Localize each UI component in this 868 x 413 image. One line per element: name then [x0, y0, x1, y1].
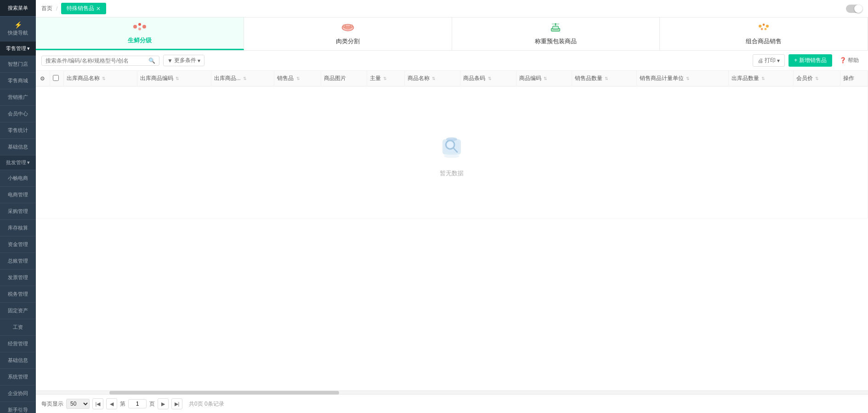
first-page-button[interactable]: |◀ — [92, 398, 103, 409]
svg-point-7 — [350, 24, 352, 27]
category-tab-weigh-pack[interactable]: 称重预包装商品 — [452, 17, 660, 50]
select-all-checkbox[interactable] — [53, 75, 59, 81]
svg-point-0 — [133, 25, 137, 29]
sidebar-item-payroll[interactable]: 工资 — [0, 319, 36, 336]
sidebar-item-invoice-mgmt[interactable]: 发票管理 — [0, 270, 36, 286]
print-icon: 🖨 — [758, 57, 763, 64]
sidebar-item-retail-mgmt[interactable]: 零售管理 ▾ — [0, 41, 36, 56]
next-page-button[interactable]: ▶ — [158, 398, 169, 409]
th-out-qty: 出库品数量 ⇅ — [728, 71, 793, 86]
sidebar-item-inventory[interactable]: 库存核算 — [0, 220, 36, 236]
page-unit: 页 — [149, 400, 155, 408]
help-button[interactable]: ❓ 帮助 — [836, 55, 862, 66]
category-tab-fresh-grade[interactable]: 生鲜分级 — [36, 17, 244, 50]
svg-point-6 — [343, 24, 346, 27]
hscroll-track[interactable] — [36, 390, 868, 394]
sidebar-item-retail-mall[interactable]: 零售商城 — [0, 73, 36, 89]
th-main-weight: 主量 ⇅ — [367, 71, 404, 86]
svg-rect-9 — [553, 26, 559, 29]
sort-icon12[interactable]: ⇅ — [815, 76, 819, 81]
th-checkbox[interactable] — [50, 71, 63, 86]
th-actions: 操作 — [840, 71, 868, 86]
add-button[interactable]: + 新增销售品 — [789, 54, 832, 67]
th-item-code: 商品编码 ⇅ — [516, 71, 572, 86]
combo-sales-icon — [756, 23, 771, 35]
sidebar-item-corp-agreement[interactable]: 企业协同 — [0, 385, 36, 402]
sidebar-item-operation-mgmt[interactable]: 经营管理 — [0, 336, 36, 352]
th-item-img: 商品图片 — [321, 71, 367, 86]
sidebar-item-smart-store[interactable]: 智慧门店 — [0, 56, 36, 73]
page-size-select[interactable]: 10 20 50 100 — [66, 399, 90, 409]
sort-icon10[interactable]: ⇅ — [686, 76, 690, 81]
search-box: 🔍 — [41, 56, 159, 66]
chevron-down-icon2: ▾ — [27, 160, 30, 166]
filter-icon: ▼ — [167, 57, 173, 64]
page-number-input[interactable] — [128, 399, 147, 408]
filter-button[interactable]: ▼ 更多条件 ▾ — [163, 55, 204, 66]
sidebar-item-tax-mgmt[interactable]: 税务管理 — [0, 286, 36, 303]
th-out-code: 出库商品编码 ⇅ — [137, 71, 211, 86]
sidebar-item-wholesale-mgmt[interactable]: 批发管理 ▾ — [0, 155, 36, 170]
sidebar-item-quick-nav[interactable]: ⚡ 快捷导航 — [0, 17, 36, 41]
search-input[interactable] — [45, 57, 147, 64]
sidebar-item-ecom-mgmt[interactable]: 电商管理 — [0, 187, 36, 203]
sidebar-item-purchase-mgmt[interactable]: 采购管理 — [0, 203, 36, 220]
sidebar-item-member-center[interactable]: 会员中心 — [0, 106, 36, 122]
tab-close-icon[interactable]: ✕ — [96, 6, 101, 12]
sort-icon2[interactable]: ⇅ — [176, 76, 179, 81]
tab-special-sales[interactable]: 特殊销售品 ✕ — [61, 3, 106, 14]
sort-icon3[interactable]: ⇅ — [243, 76, 247, 81]
sort-icon7[interactable]: ⇅ — [488, 76, 492, 81]
chevron-down-icon: ▾ — [27, 46, 30, 52]
th-settings[interactable]: ⚙ — [36, 71, 50, 86]
sidebar-item-general-ledger[interactable]: 总账管理 — [0, 253, 36, 270]
th-sale-unit: 销售商品计量单位 ⇅ — [637, 71, 729, 86]
sort-icon5[interactable]: ⇅ — [383, 76, 387, 81]
sort-icon4[interactable]: ⇅ — [296, 76, 300, 81]
search-icon[interactable]: 🔍 — [148, 57, 155, 64]
sidebar-item-finance[interactable]: 资金管理 — [0, 236, 36, 253]
print-button[interactable]: 🖨 打印 ▾ — [753, 54, 785, 67]
sidebar-item-new-guide[interactable]: 新手引导 — [0, 402, 36, 413]
sidebar-item-sales-promo[interactable]: 营销推广 — [0, 89, 36, 106]
pagination: 每页显示 10 20 50 100 |◀ ◀ 第 页 ▶ ▶| 共0页 0条记录 — [41, 398, 224, 409]
quick-nav-icon: ⚡ — [2, 21, 34, 29]
breadcrumb-separator: / — [56, 6, 57, 12]
svg-point-3 — [138, 28, 141, 30]
sidebar-item-fixed-assets[interactable]: 固定资产 — [0, 303, 36, 319]
sidebar-item-basic-info2[interactable]: 基础信息 — [0, 352, 36, 369]
sort-icon9[interactable]: ⇅ — [605, 76, 608, 81]
sidebar-logo[interactable]: 搜索菜单 — [0, 0, 36, 17]
hscroll-thumb[interactable] — [109, 391, 339, 395]
svg-point-1 — [138, 23, 141, 26]
th-sale-item: 销售品 ⇅ — [274, 71, 321, 86]
breadcrumb-home[interactable]: 首页 — [41, 5, 52, 12]
prev-page-button[interactable]: ◀ — [106, 398, 117, 409]
category-tab-combo-sales[interactable]: 组合商品销售 — [660, 17, 868, 50]
page-label: 第 — [120, 400, 125, 408]
sidebar-item-retail-stats[interactable]: 零售统计 — [0, 122, 36, 139]
sidebar-item-mini-ecom[interactable]: 小畅电商 — [0, 170, 36, 187]
category-tab-meat-cut[interactable]: 肉类分割 — [244, 17, 452, 50]
chevron-down-icon4: ▾ — [777, 57, 780, 64]
svg-point-2 — [142, 25, 146, 29]
svg-point-17 — [765, 28, 767, 30]
sort-icon[interactable]: ⇅ — [102, 76, 106, 81]
sort-icon8[interactable]: ⇅ — [544, 76, 547, 81]
sidebar-item-system-mgmt[interactable]: 系统管理 — [0, 369, 36, 385]
sidebar-item-basic-info[interactable]: 基础信息 — [0, 139, 36, 155]
sort-icon11[interactable]: ⇅ — [761, 76, 765, 81]
table-container: ⚙ 出库商品名称 ⇅ 出库商品编码 ⇅ 出库商品... ⇅ — [36, 71, 868, 390]
svg-point-15 — [766, 24, 769, 27]
fresh-grade-icon — [132, 22, 147, 34]
th-out-name: 出库商品名称 ⇅ — [63, 71, 137, 86]
svg-point-18 — [444, 154, 459, 158]
th-sale-qty: 销售品数量 ⇅ — [572, 71, 637, 86]
svg-point-14 — [763, 23, 765, 26]
last-page-button[interactable]: ▶| — [171, 398, 182, 409]
weigh-pack-icon — [548, 23, 563, 35]
sort-icon6[interactable]: ⇅ — [432, 76, 436, 81]
total-info: 共0页 0条记录 — [189, 400, 224, 408]
th-item-barcode: 商品条码 ⇅ — [460, 71, 516, 86]
page-size-label: 每页显示 — [41, 400, 63, 408]
